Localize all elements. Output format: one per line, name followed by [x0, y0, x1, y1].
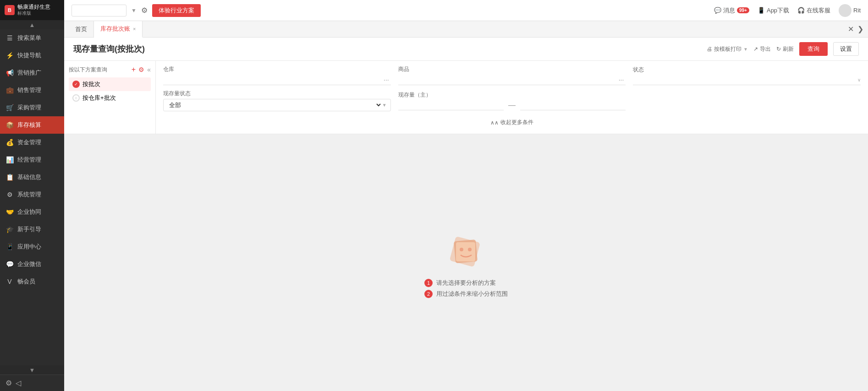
- inventory-qty-to-wrapper: [520, 100, 626, 110]
- refresh-icon: ↻: [776, 46, 781, 52]
- tab-home[interactable]: 首页: [69, 21, 94, 38]
- online-service-btn[interactable]: 🎧 在线客服: [797, 6, 830, 15]
- sidebar-item-appstore[interactable]: 📱 应用中心: [0, 238, 64, 255]
- sidebar-item-sales[interactable]: 💼 销售管理: [0, 81, 64, 99]
- scheme-panel: 按以下方案查询 + ⚙ « ✓ 按批次 ○ 按仓库+批次: [64, 61, 156, 134]
- export-icon: ↗: [753, 46, 758, 52]
- messages-badge: 99+: [737, 7, 749, 13]
- sidebar-nav: ☰ 搜索菜单 ⚡ 快捷导航 📢 营销推广 💼 销售管理 🛒 采购管理 📦 库存核…: [0, 29, 64, 365]
- inventory-qty-to[interactable]: [520, 102, 626, 109]
- expand-icon[interactable]: ❯: [857, 25, 863, 33]
- scheme-add-btn[interactable]: +: [132, 65, 136, 74]
- settings-footer-icon[interactable]: ⚙: [5, 379, 12, 387]
- product-label: 商品: [398, 65, 626, 73]
- headset-icon: 🎧: [797, 7, 805, 14]
- inventory-status-select[interactable]: 全部: [167, 101, 382, 109]
- sidebar-item-inventory[interactable]: 📦 库存核算: [0, 116, 64, 134]
- inventory-qty-range: —: [398, 100, 626, 110]
- sidebar-item-guide[interactable]: 🎓 新手引导: [0, 221, 64, 238]
- marketing-icon: 📢: [5, 69, 14, 77]
- filter-field-inventory-status: 现存量状态 全部 ▼: [163, 90, 391, 111]
- tab-bar-right: ✕ ❯: [848, 25, 863, 33]
- messages-btn[interactable]: 💬 消息 99+: [714, 6, 749, 15]
- tab-close-inventory-batch[interactable]: ×: [133, 26, 136, 32]
- inventory-qty-dash: —: [505, 101, 518, 109]
- topbar-right: 💬 消息 99+ 📱 App下载 🎧 在线客服 Rit: [714, 4, 861, 17]
- product-input-wrapper: ···: [398, 75, 626, 85]
- sidebar-item-marketing[interactable]: 📢 营销推广: [0, 64, 64, 81]
- scheme-collapse-btn[interactable]: «: [147, 66, 151, 73]
- empty-svg-icon: [443, 228, 489, 273]
- trial-btn[interactable]: 体验行业方案: [152, 4, 201, 17]
- tip-1-num: 1: [424, 279, 433, 287]
- warehouse-dots[interactable]: ···: [382, 76, 391, 83]
- sidebar-item-member[interactable]: V 畅会员: [0, 273, 64, 290]
- inventory-status-chevron: ▼: [382, 103, 387, 108]
- sidebar-item-quick-nav[interactable]: ⚡ 快捷导航: [0, 47, 64, 64]
- sidebar-item-system[interactable]: ⚙ 系统管理: [0, 186, 64, 203]
- filter-field-product: 商品 ···: [398, 65, 626, 85]
- query-btn[interactable]: 查询: [799, 42, 828, 56]
- inventory-qty-from-wrapper: [398, 100, 504, 110]
- filter-row-1: 仓库 ··· 商品 ··· 状态: [163, 65, 861, 85]
- page-actions: 🖨 按模板打印 ▼ ↗ 导出 ↻ 刷新 查询 设置: [707, 42, 859, 56]
- tip-2-num: 2: [424, 290, 433, 298]
- sidebar-item-search[interactable]: ☰ 搜索菜单: [0, 29, 64, 47]
- refresh-btn[interactable]: ↻ 刷新: [776, 45, 794, 53]
- sidebar-item-basic-info[interactable]: 📋 基础信息: [0, 168, 64, 186]
- status-label: 状态: [633, 66, 861, 74]
- filter-row-2: 现存量状态 全部 ▼ 现存量（主）: [163, 90, 861, 111]
- topbar-search-input[interactable]: [71, 5, 126, 16]
- product-dots[interactable]: ···: [617, 76, 626, 83]
- system-icon: ⚙: [5, 190, 14, 199]
- app-download-btn[interactable]: 📱 App下载: [758, 6, 789, 15]
- sidebar-company-info: 畅康通好生意 标准版: [17, 4, 50, 16]
- scheme-panel-title: 按以下方案查询: [69, 66, 107, 74]
- sidebar-item-wechat[interactable]: 💬 企业微信: [0, 255, 64, 273]
- user-avatar-btn[interactable]: Rit: [839, 4, 861, 17]
- scheme-item-warehouse-batch[interactable]: ○ 按仓库+批次: [69, 91, 151, 105]
- scheme-item-batch[interactable]: ✓ 按批次: [69, 77, 151, 91]
- sidebar-scroll-down[interactable]: ▼: [0, 365, 64, 375]
- svg-point-3: [460, 248, 463, 251]
- print-btn[interactable]: 🖨 按模板打印 ▼: [707, 45, 748, 53]
- topbar-gear-btn[interactable]: ⚙: [141, 6, 148, 15]
- basic-info-icon: 📋: [5, 173, 14, 181]
- product-input[interactable]: [398, 76, 617, 83]
- topbar: ▼ ⚙ 体验行业方案 💬 消息 99+ 📱 App下载 🎧 在线客服 Rit: [64, 0, 868, 21]
- sidebar-item-purchase[interactable]: 🛒 采购管理: [0, 99, 64, 116]
- export-btn[interactable]: ↗ 导出: [753, 45, 771, 53]
- sidebar-footer: ⚙ ◁: [0, 375, 64, 391]
- status-chevron[interactable]: ∨: [857, 77, 861, 82]
- page-header: 现存量查询(按批次) 🖨 按模板打印 ▼ ↗ 导出 ↻ 刷新 查询 设置: [64, 38, 868, 61]
- enterprise-icon: 🤝: [5, 208, 14, 216]
- topbar-dropdown-btn[interactable]: ▼: [131, 7, 137, 14]
- inventory-status-select-wrapper[interactable]: 全部 ▼: [163, 99, 391, 111]
- warehouse-input[interactable]: [163, 76, 382, 83]
- sidebar-item-finance[interactable]: 💰 资金管理: [0, 134, 64, 151]
- close-panel-icon[interactable]: ✕: [848, 25, 854, 33]
- sidebar-scroll-up[interactable]: ▲: [0, 20, 64, 29]
- empty-state: 1 请先选择要分析的方案 2 用过滤条件来缩小分析范围: [64, 134, 868, 391]
- collapse-sidebar-icon[interactable]: ◁: [16, 379, 21, 387]
- status-input[interactable]: [633, 76, 857, 83]
- settings-btn[interactable]: 设置: [833, 42, 859, 56]
- finance-icon: 💰: [5, 138, 14, 147]
- filter-field-inventory-qty: 现存量（主） —: [398, 91, 626, 110]
- inventory-status-label: 现存量状态: [163, 90, 391, 98]
- inventory-qty-from[interactable]: [398, 102, 504, 109]
- warehouse-input-wrapper: ···: [163, 75, 391, 85]
- sidebar-item-operations[interactable]: 📊 经营管理: [0, 151, 64, 168]
- sidebar: B 畅康通好生意 标准版 ▲ ☰ 搜索菜单 ⚡ 快捷导航 📢 营销推广 💼 销售…: [0, 0, 64, 391]
- tabs-bar: 首页 库存批次账 × ✕ ❯: [64, 21, 868, 38]
- main-area: ▼ ⚙ 体验行业方案 💬 消息 99+ 📱 App下载 🎧 在线客服 Rit: [64, 0, 868, 391]
- sidebar-item-enterprise[interactable]: 🤝 企业协同: [0, 203, 64, 221]
- tab-inventory-batch[interactable]: 库存批次账 ×: [94, 21, 143, 38]
- scheme-panel-actions: + ⚙ «: [132, 65, 151, 74]
- phone-icon: 📱: [758, 7, 765, 14]
- username: Rit: [853, 7, 861, 14]
- search-icon: ☰: [5, 34, 14, 42]
- scheme-gear-btn[interactable]: ⚙: [138, 66, 144, 73]
- collapse-row[interactable]: ∧∧ 收起更多条件: [163, 116, 861, 129]
- member-icon: V: [5, 277, 14, 286]
